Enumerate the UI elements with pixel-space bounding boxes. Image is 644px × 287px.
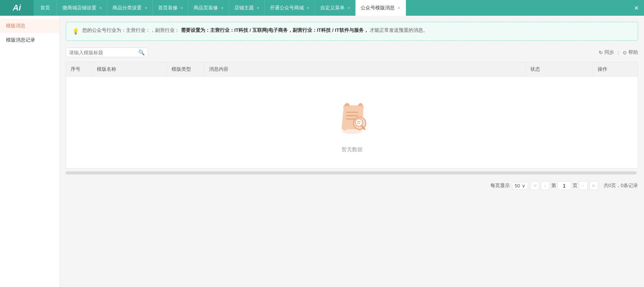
- search-input[interactable]: [69, 50, 136, 55]
- page-size-value: 50: [515, 183, 520, 189]
- svg-point-5: [355, 119, 363, 126]
- tab-label-product-category: 商品分类设置: [113, 4, 142, 11]
- tab-label-shop-theme: 店铺主题: [234, 4, 254, 11]
- page-total: 共0页，0条记录: [604, 182, 638, 189]
- tab-product-category[interactable]: 商品分类设置×: [107, 0, 152, 16]
- main-layout: 模版消息模版消息记录 💡 您的公众号行业为：主营行业：，副营行业： 需要设置为：…: [0, 16, 644, 287]
- tab-close-custom-menu[interactable]: ×: [348, 6, 350, 10]
- top-nav: Ai 首页微商城店铺设置×商品分类设置×首页装修×商品页装修×店铺主题×开通公众…: [0, 0, 644, 16]
- tab-label-open-mall: 开通公众号商城: [270, 4, 304, 11]
- sync-icon: ↻: [599, 50, 603, 55]
- empty-illustration: [332, 99, 373, 140]
- tab-close-product-decor[interactable]: ×: [221, 6, 223, 10]
- col-header-seq: 序号: [66, 62, 92, 77]
- tab-label-home: 首页: [40, 4, 50, 11]
- empty-state: 暂无数据: [66, 77, 638, 168]
- tab-label-home-decor: 首页装修: [158, 4, 178, 11]
- sidebar: 模版消息模版消息记录: [0, 16, 60, 287]
- tab-home-decor[interactable]: 首页装修×: [153, 0, 188, 16]
- tab-close-product-category[interactable]: ×: [145, 6, 147, 10]
- page-size-chevron: ∨: [522, 183, 526, 189]
- toolbar: 🔍 ↻ 同步 | ⊙ 帮助: [66, 48, 638, 57]
- sidebar-item-template-msg[interactable]: 模版消息: [0, 19, 59, 33]
- page-nav: ⊲ ‹ 第 页 › ⊳: [530, 181, 598, 190]
- tab-open-mall[interactable]: 开通公众号商城×: [265, 0, 315, 16]
- app-logo: Ai: [0, 0, 34, 16]
- help-button[interactable]: ⊙ 帮助: [623, 49, 638, 56]
- data-table: 序号模版名称模版类型消息内容状态操作: [66, 62, 638, 168]
- table-header: 序号模版名称模版类型消息内容状态操作: [66, 62, 638, 77]
- tab-label-template-msg: 公众号模版消息: [361, 4, 395, 11]
- close-all-button[interactable]: ✕: [629, 4, 644, 12]
- col-header-status: 状态: [526, 62, 593, 77]
- divider: |: [618, 50, 619, 55]
- tab-close-shop-theme[interactable]: ×: [257, 6, 259, 10]
- tab-custom-menu[interactable]: 自定义菜单×: [315, 0, 355, 16]
- tab-label-product-decor: 商品页装修: [194, 4, 218, 11]
- help-label: 帮助: [628, 49, 638, 56]
- empty-text: 暂无数据: [342, 146, 363, 153]
- search-icon[interactable]: 🔍: [138, 49, 145, 55]
- notice-suffix: 才能正常发送预置的消息。: [370, 27, 428, 33]
- notice-text: 您的公众号行业为：主营行业：，副营行业： 需要设置为：主营行业：IT科技 / 互…: [82, 27, 428, 34]
- content-area: 💡 您的公众号行业为：主营行业：，副营行业： 需要设置为：主营行业：IT科技 /…: [60, 16, 644, 287]
- sync-label: 同步: [604, 49, 614, 56]
- last-page-button[interactable]: ⊳: [589, 181, 598, 190]
- tab-shop-settings[interactable]: 微商城店铺设置×: [57, 0, 107, 16]
- tab-close-template-msg[interactable]: ×: [398, 6, 400, 10]
- notice-box: 💡 您的公众号行业为：主营行业：，副营行业： 需要设置为：主营行业：IT科技 /…: [66, 22, 638, 41]
- page-input[interactable]: [558, 181, 571, 190]
- prev-page-button[interactable]: ‹: [541, 181, 550, 190]
- tab-label-shop-settings: 微商城店铺设置: [62, 4, 96, 11]
- page-size-select[interactable]: 50 ∨: [512, 182, 528, 190]
- sidebar-item-template-msg-record[interactable]: 模版消息记录: [0, 33, 59, 47]
- page-unit: 页: [573, 182, 577, 189]
- notice-icon: 💡: [72, 27, 79, 36]
- help-icon: ⊙: [623, 50, 627, 55]
- search-box[interactable]: 🔍: [66, 48, 148, 57]
- tab-shop-theme[interactable]: 店铺主题×: [229, 0, 265, 16]
- empty-row: 暂无数据: [66, 77, 638, 168]
- table-body: 暂无数据: [66, 77, 638, 168]
- first-page-button[interactable]: ⊲: [530, 181, 539, 190]
- toolbar-right: ↻ 同步 | ⊙ 帮助: [599, 49, 638, 56]
- sync-button[interactable]: ↻ 同步: [599, 49, 614, 56]
- tab-template-msg[interactable]: 公众号模版消息×: [355, 0, 406, 16]
- page-size-label: 每页显示: [490, 182, 510, 189]
- pagination: 每页显示 50 ∨ ⊲ ‹ 第 页 › ⊳ 共0页，0条记录: [66, 177, 638, 192]
- col-header-content: 消息内容: [204, 62, 526, 77]
- tab-product-decor[interactable]: 商品页装修×: [188, 0, 229, 16]
- tabs-container: 首页微商城店铺设置×商品分类设置×首页装修×商品页装修×店铺主题×开通公众号商城…: [34, 0, 629, 16]
- col-header-type: 模版类型: [167, 62, 204, 77]
- tab-close-home-decor[interactable]: ×: [181, 6, 183, 10]
- tab-close-shop-settings[interactable]: ×: [99, 6, 102, 10]
- tab-close-open-mall[interactable]: ×: [307, 6, 309, 10]
- notice-highlight: 需要设置为：主营行业：IT科技 / 互联网|电子商务，副营行业：IT科技 / I…: [181, 27, 369, 33]
- next-page-button[interactable]: ›: [579, 181, 588, 190]
- notice-prefix: 您的公众号行业为：主营行业：，副营行业：: [82, 27, 179, 33]
- horizontal-scrollbar[interactable]: [66, 171, 637, 174]
- tab-home[interactable]: 首页: [34, 0, 57, 16]
- col-header-name: 模版名称: [92, 62, 167, 77]
- col-header-action: 操作: [593, 62, 638, 77]
- table-header-row: 序号模版名称模版类型消息内容状态操作: [66, 62, 638, 77]
- empty-cell: 暂无数据: [66, 77, 638, 168]
- page-di-label: 第: [551, 182, 556, 189]
- tab-label-custom-menu: 自定义菜单: [320, 4, 345, 11]
